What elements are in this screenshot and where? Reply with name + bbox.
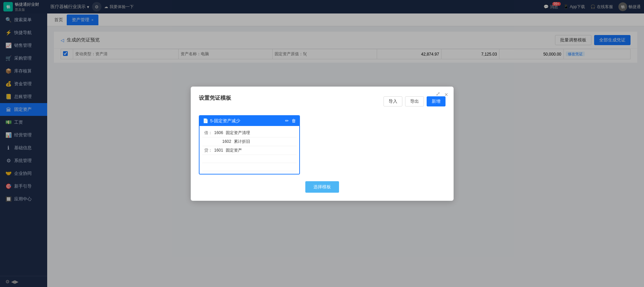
template-entry-0: 借： 1606 固定资产清理 — [202, 129, 297, 137]
template-delete-icon[interactable]: 🗑 — [292, 118, 296, 123]
entry-type-2: 贷： — [204, 148, 214, 153]
entry-name-2: 固定资产 — [226, 148, 242, 153]
new-button[interactable]: 新增 — [427, 96, 446, 106]
template-edit-icon[interactable]: ✏ — [285, 118, 289, 123]
entry-name-0: 固定资产清理 — [226, 130, 250, 136]
entry-code-0: 1606 — [214, 130, 223, 135]
template-body: 借： 1606 固定资产清理 1602 累计折旧 贷： 1601 固定资产 — [200, 126, 299, 174]
import-button[interactable]: 导入 — [384, 96, 402, 106]
export-button[interactable]: 导出 — [405, 96, 424, 106]
modal-close-button[interactable]: × — [444, 91, 448, 98]
modal-overlay: ⤢ × 设置凭证模板 导入 导出 新增 📄 5-固定资产减少 ✏ 🗑 — [0, 0, 644, 287]
modal-title: 设置凭证模板 — [199, 95, 231, 102]
expand-icon[interactable]: ⤢ — [436, 91, 440, 97]
entry-type-0: 借： — [204, 130, 214, 136]
window-controls: ⤢ — [436, 91, 440, 97]
template-card: 📄 5-固定资产减少 ✏ 🗑 借： 1606 固定资产清理 1602 累计折旧 — [199, 115, 300, 174]
entry-code-1: 1602 — [214, 139, 232, 144]
template-entry-1: 1602 累计折旧 — [202, 137, 297, 146]
template-card-header: 📄 5-固定资产减少 ✏ 🗑 — [200, 116, 299, 126]
template-doc-icon: 📄 — [203, 118, 208, 123]
template-header-actions: ✏ 🗑 — [285, 118, 296, 123]
entry-code-2: 1601 — [214, 148, 223, 153]
voucher-template-modal: ⤢ × 设置凭证模板 导入 导出 新增 📄 5-固定资产减少 ✏ 🗑 — [191, 87, 454, 201]
template-name: 5-固定资产减少 — [210, 118, 241, 124]
empty-row-1 — [202, 155, 297, 163]
modal-action-buttons: 导入 导出 新增 — [384, 96, 446, 106]
template-empty-rows — [202, 155, 297, 171]
empty-row-2 — [202, 163, 297, 171]
entry-name-1: 累计折旧 — [234, 139, 250, 145]
template-entry-2: 贷： 1601 固定资产 — [202, 146, 297, 155]
modal-header: 设置凭证模板 导入 导出 新增 — [199, 95, 446, 108]
select-template-button[interactable]: 选择模板 — [305, 181, 339, 193]
